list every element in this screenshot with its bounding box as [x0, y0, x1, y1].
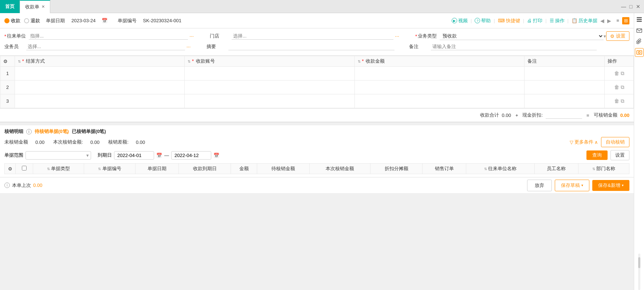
tab-home-label: 首页: [5, 3, 15, 10]
action-icons-2: 🗑 ⧉: [608, 84, 631, 90]
counterpart-required: *: [4, 34, 6, 39]
copy-icon-1[interactable]: ⧉: [621, 70, 624, 77]
staff-input[interactable]: [26, 43, 185, 50]
help-link[interactable]: ? 帮助: [475, 17, 491, 24]
select-all-checkbox[interactable]: [22, 166, 27, 171]
delete-icon-3[interactable]: 🗑: [614, 98, 619, 104]
radio-collect[interactable]: 收款: [4, 17, 20, 24]
done-tab[interactable]: 已核销单据(0笔): [72, 128, 106, 135]
date-dash: —: [164, 153, 169, 158]
cell-amount-2[interactable]: [354, 81, 524, 94]
date-label: 单据日期: [46, 17, 65, 24]
sidebar-attachment-icon[interactable]: [635, 37, 644, 46]
cell-account-3[interactable]: [185, 94, 354, 108]
shortcut-link[interactable]: ⌨ 快捷键: [498, 17, 520, 24]
sep4: |: [545, 18, 546, 23]
print-icon: 🖨: [527, 18, 532, 23]
action-icons-1: 🗑 ⧉: [608, 70, 631, 77]
tab-bar: 首页 收款单 ✕ — □ ✕: [0, 0, 644, 13]
th-settings[interactable]: ⚙: [0, 56, 15, 67]
th-remark: 备注: [525, 56, 605, 67]
toolbar-row: 收款 退款 单据日期 2023-03-24 📅 单据编号 SK-20230324…: [0, 13, 634, 28]
auto-verify-btn[interactable]: 自动核销: [601, 137, 629, 147]
tab-receipt[interactable]: 收款单 ✕: [20, 0, 50, 13]
toolbar-right: ▶ 视频 | ? 帮助 | ⌨ 快捷键 | 🖨 打印 | ☰ 操作: [452, 17, 629, 24]
cell-remark-2[interactable]: [525, 81, 605, 94]
cell-amount-1[interactable]: [354, 67, 524, 81]
th-checkbox-col: [16, 164, 33, 174]
th-checkbox[interactable]: ⚙: [5, 164, 16, 174]
cell-account-1[interactable]: [185, 67, 354, 81]
cell-amount-3[interactable]: [354, 94, 524, 108]
radio-group: 收款 退款: [4, 17, 40, 24]
setting-button[interactable]: ⚙ 设置: [606, 31, 629, 41]
form-row-2: 业务员 ··· 摘要 备注: [4, 43, 629, 50]
counterpart-input[interactable]: [29, 32, 188, 40]
set-btn[interactable]: 设置: [610, 150, 629, 160]
data-table-section: ⚙ ⇅ * 结算方式 ⇅ * 收款账号 ⇅ * 收款: [0, 56, 634, 109]
unchecked-label: 未核销金额: [4, 139, 28, 145]
business-type-select[interactable]: 预收款: [440, 32, 604, 40]
video-link[interactable]: ▶ 视频: [452, 17, 468, 24]
cell-remark-3[interactable]: [525, 94, 605, 108]
tab-close-icon[interactable]: ✕: [42, 4, 45, 9]
staff-more-icon[interactable]: ···: [185, 44, 192, 50]
tab-home[interactable]: 首页: [0, 0, 20, 13]
table-settings-icon-2[interactable]: ⚙: [8, 166, 12, 172]
print-link[interactable]: 🖨 打印: [527, 17, 542, 24]
pending-tab[interactable]: 待核销单据(0笔): [35, 128, 69, 135]
sidebar-screenshot-icon[interactable]: [635, 48, 644, 57]
store-input[interactable]: [232, 32, 393, 40]
more-conditions-btn[interactable]: ▽ 更多条件 ∧: [570, 139, 598, 145]
last-info-icon[interactable]: i: [4, 183, 10, 188]
date-field: 到期日 📅 — 📅: [98, 151, 219, 160]
form-row-1: * 往来单位 ··· 门店 ··· * 业务类型 预收款 ▾: [4, 31, 629, 41]
delete-icon-2[interactable]: 🗑: [614, 84, 619, 90]
minimize-btn[interactable]: —: [621, 4, 627, 9]
history-link[interactable]: 📋 历史单据: [572, 17, 597, 24]
cell-account-2[interactable]: [185, 81, 354, 94]
date-from-cal-icon[interactable]: 📅: [156, 153, 162, 158]
maximize-btn[interactable]: □: [628, 4, 634, 9]
date-to-cal-icon[interactable]: 📅: [213, 153, 219, 158]
store-more-icon[interactable]: ···: [393, 33, 401, 39]
cell-settle-2[interactable]: [15, 81, 185, 94]
date-from-input[interactable]: [114, 151, 154, 160]
counterpart-label: 往来单位: [7, 33, 29, 39]
date-picker-icon[interactable]: 📅: [102, 18, 107, 23]
view-toggle: ≡ ⊞: [614, 17, 629, 24]
operation-link[interactable]: ☰ 操作: [550, 17, 565, 24]
view-list-icon[interactable]: ≡: [614, 17, 621, 24]
save-new-btn[interactable]: 保存&新增 ▾: [592, 180, 629, 191]
cell-settle-3[interactable]: [15, 94, 185, 108]
verify-info-icon[interactable]: i: [26, 129, 32, 134]
cell-settle-1[interactable]: [15, 67, 185, 81]
counterpart-more-icon[interactable]: ···: [188, 33, 195, 39]
save-draft-label: 保存草稿: [561, 182, 580, 189]
range-select[interactable]: [25, 151, 91, 160]
close-btn[interactable]: ✕: [635, 4, 641, 9]
copy-icon-3[interactable]: ⧉: [621, 98, 624, 104]
abandon-btn[interactable]: 放弃: [527, 180, 552, 191]
discount-input[interactable]: [546, 111, 582, 119]
query-btn[interactable]: 查询: [586, 150, 608, 160]
cell-remark-1[interactable]: [525, 67, 605, 81]
filter-right: 查询 设置: [586, 150, 629, 160]
remark-input[interactable]: [431, 43, 597, 50]
summary-input[interactable]: [228, 43, 394, 50]
view-grid-icon[interactable]: ⊞: [622, 17, 629, 24]
delete-icon-1[interactable]: 🗑: [614, 70, 619, 77]
nav-right-icon[interactable]: ▶: [607, 18, 611, 24]
save-draft-btn[interactable]: 保存草稿 ▾: [555, 180, 589, 191]
save-draft-arrow-icon: ▾: [581, 183, 583, 187]
last-value: 0.00: [33, 183, 42, 188]
sidebar-table-icon[interactable]: [635, 15, 644, 24]
table-footer: 收款合计 0.00 + 现金折扣: = 可核销金额 0.00: [0, 109, 634, 122]
date-to-input[interactable]: [171, 151, 211, 160]
svg-rect-1: [637, 19, 642, 20]
copy-icon-2[interactable]: ⧉: [621, 84, 624, 90]
nav-left-icon[interactable]: ◀: [600, 18, 604, 24]
sidebar-mail-icon[interactable]: [635, 26, 644, 35]
table-settings-icon[interactable]: ⚙: [3, 59, 8, 64]
radio-refund[interactable]: 退款: [24, 17, 40, 24]
